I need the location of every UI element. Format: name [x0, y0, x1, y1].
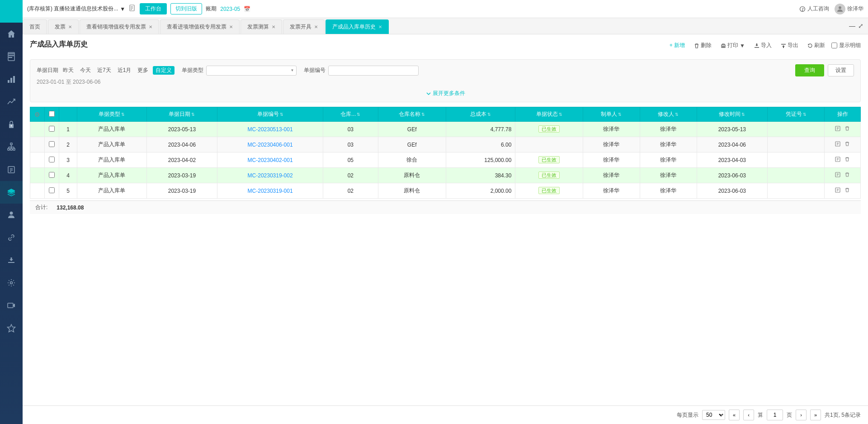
col-type-header[interactable]: 单据类型: [77, 107, 147, 122]
print-button[interactable]: 打印 ▼: [718, 40, 748, 51]
sidebar-item-org[interactable]: [0, 136, 23, 158]
import-button[interactable]: 导入: [751, 40, 774, 51]
col-warehouse-code-header[interactable]: 仓库...: [323, 107, 378, 122]
row-checkbox-0[interactable]: [45, 122, 59, 137]
company-selector[interactable]: (库存核算) 直播轻速通信息技术股份... ▼: [27, 5, 125, 13]
tab-sales-vat[interactable]: 查看销项增值税专用发票 ✕: [80, 19, 159, 34]
col-modifier-header[interactable]: 修改人: [640, 107, 697, 122]
col-modify-time-header[interactable]: 修改时间: [697, 107, 768, 122]
tab-invoice-issue[interactable]: 发票开具 ✕: [283, 19, 325, 34]
sidebar-item-video[interactable]: [0, 294, 23, 317]
user-menu[interactable]: 徐泽华: [835, 4, 863, 14]
row-number-4[interactable]: MC-20230319-001: [217, 183, 323, 199]
calendar-icon[interactable]: 📅: [244, 6, 250, 12]
row-number-1[interactable]: MC-20230406-001: [217, 137, 323, 152]
yesterday-btn[interactable]: 昨天: [61, 66, 75, 75]
col-status-header[interactable]: 单据状态: [515, 107, 583, 122]
row-select-4[interactable]: [49, 187, 55, 193]
sidebar-item-settings[interactable]: [0, 272, 23, 294]
type-select[interactable]: [206, 66, 297, 76]
page-number-input[interactable]: [767, 410, 783, 420]
minimize-button[interactable]: —: [849, 22, 855, 29]
row-select-3[interactable]: [49, 172, 55, 178]
row-number-3[interactable]: MC-20230319-002: [217, 168, 323, 183]
sidebar-item-lock[interactable]: [0, 113, 23, 136]
col-date-header[interactable]: 单据日期: [146, 107, 217, 122]
sidebar-item-star[interactable]: [0, 317, 23, 339]
row-edit-btn-3[interactable]: [834, 171, 842, 180]
col-number-header[interactable]: 单据编号: [217, 107, 323, 122]
row-select-2[interactable]: [49, 157, 55, 162]
sidebar-item-person[interactable]: [0, 204, 23, 226]
sidebar-item-doc[interactable]: [0, 45, 23, 68]
col-creator-header[interactable]: 制单人: [583, 107, 640, 122]
week-btn[interactable]: 近7天: [95, 66, 113, 75]
export-button[interactable]: 导出: [778, 40, 801, 51]
select-all-checkbox[interactable]: [49, 111, 55, 117]
row-edit-btn-1[interactable]: [834, 140, 842, 149]
show-detail-checkbox[interactable]: [831, 43, 837, 48]
row-delete-btn-4[interactable]: [843, 186, 851, 195]
prev-page-button[interactable]: ‹: [743, 410, 754, 420]
sidebar-item-task[interactable]: [0, 158, 23, 181]
tab-invoice-issue-close[interactable]: ✕: [314, 24, 318, 29]
col-warehouse-name-header[interactable]: 仓库名称: [378, 107, 446, 122]
sidebar-item-home[interactable]: [0, 23, 23, 45]
first-page-button[interactable]: «: [729, 410, 740, 420]
col-voucher-header[interactable]: 凭证号: [768, 107, 825, 122]
sidebar-item-link[interactable]: [0, 226, 23, 249]
number-input[interactable]: [328, 66, 419, 76]
per-page-select[interactable]: 50 100 200: [702, 410, 725, 420]
maximize-button[interactable]: ⤢: [858, 22, 863, 29]
tab-home[interactable]: 首页: [23, 19, 47, 34]
row-delete-btn-3[interactable]: [843, 171, 851, 180]
query-button[interactable]: 查询: [795, 64, 824, 76]
next-page-button[interactable]: ›: [796, 410, 807, 420]
sidebar-item-chart[interactable]: [0, 68, 23, 91]
tab-invoice-calc-close[interactable]: ✕: [272, 24, 275, 29]
table-settings-button[interactable]: ⚙: [34, 111, 40, 118]
row-checkbox-3[interactable]: [45, 168, 59, 183]
filter-settings-button[interactable]: 设置: [828, 64, 854, 76]
row-edit-btn-2[interactable]: [834, 155, 842, 165]
more-btn[interactable]: 更多: [136, 66, 150, 75]
delete-button[interactable]: 删除: [691, 40, 714, 51]
workbench-button[interactable]: 工作台: [140, 3, 167, 14]
app-logo[interactable]: [0, 0, 23, 23]
tab-invoice-close[interactable]: ✕: [68, 24, 72, 29]
tab-purchase-vat[interactable]: 查看进项增值税专用发票 ✕: [160, 19, 240, 34]
today-btn[interactable]: 今天: [78, 66, 93, 75]
last-page-button[interactable]: »: [810, 410, 821, 420]
col-total-cost-header[interactable]: 总成本: [446, 107, 515, 122]
row-checkbox-2[interactable]: [45, 152, 59, 168]
row-checkbox-4[interactable]: [45, 183, 59, 199]
row-select-0[interactable]: [49, 126, 55, 132]
row-delete-btn-2[interactable]: [843, 155, 851, 165]
row-select-1[interactable]: [49, 141, 55, 147]
tab-invoice-calc[interactable]: 发票测算 ✕: [241, 19, 282, 34]
tab-product-inbound[interactable]: 产成品入库单历史 ✕: [326, 19, 389, 34]
month-btn[interactable]: 近1月: [116, 66, 133, 75]
switch-version-button[interactable]: 切到旧版: [170, 3, 202, 14]
expand-filter-btn[interactable]: 展开更多条件: [426, 90, 465, 97]
row-delete-btn-0[interactable]: [843, 124, 851, 134]
row-number-2[interactable]: MC-20230402-001: [217, 152, 323, 168]
support-link[interactable]: 人工咨询: [799, 5, 829, 13]
custom-btn[interactable]: 自定义: [153, 66, 175, 75]
row-edit-btn-0[interactable]: [834, 124, 842, 134]
row-edit-btn-4[interactable]: [834, 186, 842, 195]
sidebar-item-analysis[interactable]: [0, 91, 23, 113]
sidebar-item-download[interactable]: [0, 249, 23, 272]
row-number-0[interactable]: MC-20230513-001: [217, 122, 323, 137]
row-checkbox-1[interactable]: [45, 137, 59, 152]
row-delete-btn-1[interactable]: [843, 140, 851, 149]
tab-sales-vat-close[interactable]: ✕: [149, 24, 152, 29]
tab-invoice[interactable]: 发票 ✕: [48, 19, 79, 34]
sidebar-item-inventory[interactable]: [0, 181, 23, 204]
tab-purchase-vat-close[interactable]: ✕: [229, 24, 233, 29]
col-checkbox-header[interactable]: [45, 107, 59, 122]
new-button[interactable]: + 新增: [667, 40, 688, 51]
refresh-button[interactable]: 刷新: [805, 40, 828, 51]
tab-product-inbound-close[interactable]: ✕: [378, 24, 382, 29]
show-detail-toggle[interactable]: 显示明细: [831, 42, 861, 49]
